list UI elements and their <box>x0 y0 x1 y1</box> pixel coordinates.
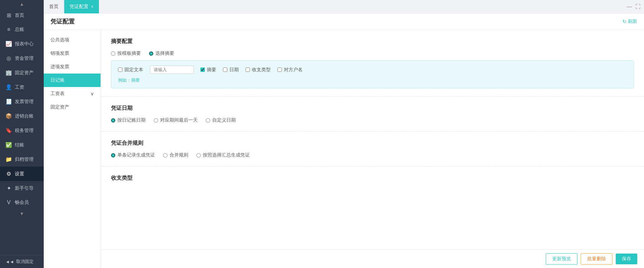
radio-template-input[interactable] <box>111 51 115 56</box>
archive-icon: 📁 <box>5 156 12 163</box>
settings-icon: ⚙ <box>5 171 12 177</box>
radio-custom-date-input[interactable] <box>206 118 210 123</box>
asset-icon: 🏢 <box>5 70 12 76</box>
checkbox-fixed-text-input[interactable] <box>118 68 122 72</box>
sidebar-scroll-up[interactable]: ▲ <box>0 0 44 8</box>
checkbox-counterparty[interactable]: 对方户名 <box>277 67 303 73</box>
income-type-section: 收支类型 <box>101 167 644 195</box>
sidebar-item-vip[interactable]: V 畅会员 <box>0 195 44 210</box>
checkbox-counterparty-input[interactable] <box>277 68 282 72</box>
batch-delete-button[interactable]: 批量删除 <box>581 253 612 265</box>
body-layout: 公共选项 销项发票 进项发票 日记账 工资表 ∨ 固定资产 <box>44 30 644 268</box>
vip-icon: V <box>5 199 12 206</box>
maximize-icon[interactable]: ⛶ <box>635 4 641 10</box>
voucher-date-title: 凭证日期 <box>111 105 634 112</box>
voucher-date-radio-group: 按日记账日期 对应期间最后一天 自定义日期 <box>111 117 634 123</box>
left-nav-public[interactable]: 公共选项 <box>44 33 101 47</box>
chevron-down-icon: ∨ <box>90 91 94 96</box>
guide-icon: ✦ <box>5 185 12 191</box>
radio-select-merge[interactable]: 按照选择汇总生成凭证 <box>196 152 250 158</box>
tab-bar: 首页 凭证配置 × — ⛶ <box>44 0 644 13</box>
ledger-icon: ≡ <box>5 27 12 33</box>
left-nav-fixed-asset[interactable]: 固定资产 <box>44 100 101 114</box>
summary-example: 例如：摘要 <box>118 77 627 83</box>
unpin-icon: ◄◄ <box>5 259 14 264</box>
radio-by-journal-date-input[interactable] <box>111 118 115 123</box>
content-area: 凭证配置 ↻ 刷新 公共选项 销项发票 进项发票 日记账 <box>44 13 644 268</box>
sidebar-item-inventory[interactable]: 📦 进销台账 <box>0 109 44 123</box>
checkbox-fixed-text[interactable]: 固定文本 <box>118 67 143 73</box>
page-title: 凭证配置 <box>50 17 75 26</box>
invoice-icon: 🧾 <box>5 98 12 105</box>
sidebar-item-tax[interactable]: 🔖 税务管理 <box>0 123 44 138</box>
sidebar-item-archive[interactable]: 📁 归档管理 <box>0 152 44 167</box>
merge-rule-radio-group: 单条记录生成凭证 合并规则 按照选择汇总生成凭证 <box>111 152 634 158</box>
radio-merge[interactable]: 合并规则 <box>163 152 188 158</box>
save-button[interactable]: 保存 <box>616 254 637 264</box>
page-header: 凭证配置 ↻ 刷新 <box>44 13 644 30</box>
update-preview-button[interactable]: 更新预览 <box>546 253 577 265</box>
footer-bar: 更新预览 批量删除 保存 <box>101 250 644 268</box>
income-type-title: 收支类型 <box>111 175 634 182</box>
sidebar-item-salary[interactable]: 👤 工资 <box>0 80 44 94</box>
merge-rule-title: 凭证合并规则 <box>111 140 634 147</box>
right-content: 摘要配置 按模板摘要 选择摘要 <box>101 30 644 250</box>
radio-single-input[interactable] <box>111 153 115 158</box>
radio-select-summary[interactable]: 选择摘要 <box>149 50 174 56</box>
refresh-button[interactable]: ↻ 刷新 <box>622 18 637 25</box>
checkbox-income-type-input[interactable] <box>245 68 250 72</box>
sidebar-item-asset[interactable]: 🏢 固定资产 <box>0 65 44 80</box>
home-icon: ⊞ <box>5 12 12 18</box>
tab-home[interactable]: 首页 <box>44 0 64 13</box>
sidebar-item-settle[interactable]: ✅ 结账 <box>0 138 44 152</box>
radio-select-input[interactable] <box>149 51 153 56</box>
sidebar-item-settings[interactable]: ⚙ 设置 <box>0 167 44 181</box>
sidebar: ▲ ⊞ 首页 ≡ 总账 📈 报表中心 ◎ 资金管理 🏢 固定资产 👤 工资 🧾 … <box>0 0 44 268</box>
fund-icon: ◎ <box>5 55 12 61</box>
checkbox-income-type[interactable]: 收支类型 <box>245 67 271 73</box>
radio-last-day[interactable]: 对应期间最后一天 <box>154 117 198 123</box>
left-nav: 公共选项 销项发票 进项发票 日记账 工资表 ∨ 固定资产 <box>44 30 101 268</box>
tab-bar-actions: — ⛶ <box>627 4 644 10</box>
voucher-date-section: 凭证日期 按日记账日期 对应期间最后一天 <box>101 97 644 132</box>
sidebar-scroll-down[interactable]: ▼ <box>0 210 44 218</box>
summary-config-section: 摘要配置 按模板摘要 选择摘要 <box>101 30 644 97</box>
radio-select-merge-input[interactable] <box>196 153 201 158</box>
fixed-text-input[interactable] <box>150 65 194 74</box>
checkbox-date-input[interactable] <box>223 68 227 72</box>
radio-last-day-input[interactable] <box>154 118 158 123</box>
left-nav-sales[interactable]: 销项发票 <box>44 47 101 60</box>
radio-custom-date[interactable]: 自定义日期 <box>206 117 236 123</box>
radio-single[interactable]: 单条记录生成凭证 <box>111 152 155 158</box>
summary-radio-group: 按模板摘要 选择摘要 <box>111 50 634 56</box>
left-nav-purchase[interactable]: 进项发票 <box>44 60 101 74</box>
unpin-button[interactable]: ◄◄ 取消固定 <box>0 255 44 268</box>
radio-template-summary[interactable]: 按模板摘要 <box>111 50 141 56</box>
settle-icon: ✅ <box>5 142 12 148</box>
left-nav-payroll[interactable]: 工资表 ∨ <box>44 87 101 100</box>
sidebar-item-ledger[interactable]: ≡ 总账 <box>0 23 44 37</box>
checkbox-date[interactable]: 日期 <box>223 67 239 73</box>
sidebar-item-fund[interactable]: ◎ 资金管理 <box>0 51 44 65</box>
left-nav-journal[interactable]: 日记账 <box>44 74 101 87</box>
tab-close-icon[interactable]: × <box>91 4 93 9</box>
merge-rule-section: 凭证合并规则 单条记录生成凭证 合并规则 <box>101 132 644 167</box>
sidebar-item-home[interactable]: ⊞ 首页 <box>0 8 44 23</box>
checkbox-summary-input[interactable] <box>200 68 205 72</box>
sidebar-item-invoice[interactable]: 🧾 发票管理 <box>0 94 44 109</box>
sidebar-item-guide[interactable]: ✦ 新手引导 <box>0 181 44 195</box>
tax-icon: 🔖 <box>5 127 12 134</box>
summary-checkbox-row: 固定文本 摘要 日期 <box>118 65 627 74</box>
summary-config-title: 摘要配置 <box>111 38 634 45</box>
inventory-icon: 📦 <box>5 113 12 119</box>
radio-merge-input[interactable] <box>163 153 167 158</box>
refresh-icon: ↻ <box>622 19 627 24</box>
tab-voucher[interactable]: 凭证配置 × <box>64 0 99 13</box>
minimize-icon[interactable]: — <box>627 4 632 10</box>
checkbox-summary[interactable]: 摘要 <box>200 67 216 73</box>
summary-box: 固定文本 摘要 日期 <box>111 60 634 88</box>
salary-icon: 👤 <box>5 84 12 90</box>
sidebar-item-report[interactable]: 📈 报表中心 <box>0 37 44 51</box>
report-icon: 📈 <box>5 41 12 47</box>
radio-by-journal-date[interactable]: 按日记账日期 <box>111 117 146 123</box>
